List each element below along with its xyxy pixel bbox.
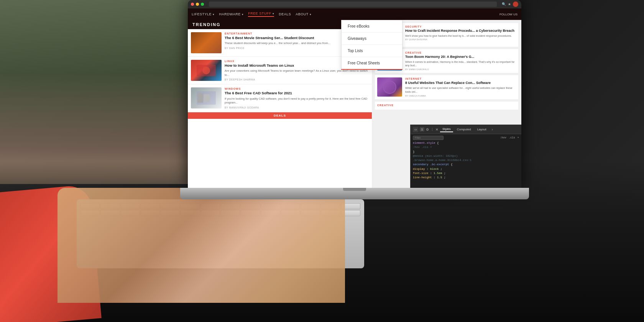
- right-excerpt: When it comes to animation, Harmony is t…: [405, 60, 516, 68]
- code-line: display : block ;: [413, 167, 519, 171]
- devtools-filter: :hov .cls +: [413, 136, 519, 140]
- right-content: INTERNET 8 Useful Websites That Can Repl…: [405, 77, 516, 97]
- devtools-panel: ▭ 1 ⚙ ⋮ ✕ Styles Computed Layout › :hov …: [410, 125, 521, 188]
- browser-icon-search[interactable]: 🔍: [502, 2, 506, 6]
- code-line: }: [413, 150, 519, 154]
- nav-item-about[interactable]: ABOUT ▾: [296, 12, 311, 16]
- devtools-tab-styles[interactable]: Styles: [440, 127, 453, 132]
- article-thumbnail: [191, 60, 222, 81]
- right-category: CREATIVE: [377, 104, 516, 107]
- devtools-icon-more[interactable]: ⋮: [430, 128, 434, 131]
- right-category: CREATIVE: [405, 51, 516, 54]
- devtools-icon-chevron-right[interactable]: ›: [492, 128, 493, 131]
- follow-us-label: FOLLOW US: [499, 13, 518, 16]
- right-content: SECURITY How to Craft Incident Response …: [405, 25, 516, 44]
- right-title[interactable]: Toon Boom Harmony 20: A Beginner's G...: [405, 55, 516, 59]
- filter-cls[interactable]: .cls: [509, 136, 515, 140]
- right-excerpt: While we've all had to use specialist so…: [405, 86, 516, 94]
- browser-avatar: [513, 2, 518, 7]
- dropdown-accent-line: [341, 69, 402, 70]
- devtools-icon-gear[interactable]: ⚙: [426, 128, 429, 131]
- devtools-header: ▭ 1 ⚙ ⋮ ✕ Styles Computed Layout ›: [411, 125, 521, 134]
- right-category: INTERNET: [405, 77, 516, 80]
- code-line: .browse-home.a-home.81168bc4.css:1: [413, 158, 519, 163]
- dropdown-item-free-ebooks[interactable]: Free eBooks: [342, 20, 402, 33]
- code-line: line-height : 1.5 ;: [413, 176, 519, 180]
- dropdown-item-free-cheat-sheets[interactable]: Free Cheat Sheets: [342, 57, 402, 69]
- address-bar[interactable]: [209, 2, 497, 7]
- article-excerpt: Are your coworkers using Microsoft Teams…: [225, 69, 369, 77]
- devtools-body: :hov .cls + element.style { :hov .cls + …: [411, 134, 521, 181]
- laptop-hinge: [343, 188, 366, 191]
- nav-item-deals[interactable]: DEALS: [279, 12, 291, 16]
- filter-plus[interactable]: +: [518, 136, 519, 140]
- dropdown-item-top-lists[interactable]: Top Lists: [342, 45, 402, 57]
- dropdown-menu: Free eBooks Giveaways Top Lists Free Che…: [341, 20, 402, 70]
- nav-item-hardware[interactable]: HARDWARE ▾: [219, 12, 244, 16]
- devtools-tab-layout[interactable]: Layout: [475, 127, 489, 132]
- maximize-button[interactable]: [201, 3, 204, 6]
- article-author: BY MANUVIRAJI GODARA: [225, 106, 369, 109]
- devtools-filter-input[interactable]: [413, 136, 444, 140]
- dropdown-item-giveaways[interactable]: Giveaways: [342, 33, 402, 45]
- background-left: [0, 0, 199, 184]
- deals-bar[interactable]: DEALS: [188, 112, 372, 119]
- right-author: BY EMMA GAROFALO: [405, 68, 516, 71]
- laptop-base: [180, 188, 529, 199]
- browser-icon-star[interactable]: ★: [508, 2, 511, 6]
- right-content: CREATIVE Toon Boom Harmony 20: A Beginne…: [405, 51, 516, 71]
- right-article: INTERNET 8 Useful Websites That Can Repl…: [375, 75, 518, 99]
- filter-hover[interactable]: :hov: [500, 136, 506, 140]
- article-content: WINDOWS The 6 Best Free CAD Software for…: [225, 87, 369, 108]
- right-title[interactable]: 8 Useful Websites That Can Replace Con..…: [405, 81, 516, 85]
- code-line: font-size : 1.5em ;: [413, 171, 519, 176]
- article-title[interactable]: The 6 Best Free CAD Software for 2021: [225, 91, 369, 95]
- nav-right: FOLLOW US: [499, 13, 518, 16]
- article-excerpt: If you're looking for quality CAD softwa…: [225, 97, 369, 105]
- article-category: WINDOWS: [225, 87, 369, 90]
- browser-chrome: 🔍 ★: [188, 0, 521, 8]
- navigation-bar: LIFESTYLE ▾ HARDWARE ▾ FREE STUFF ▾ DEAL…: [188, 8, 521, 20]
- thumb-inner: [191, 87, 222, 108]
- right-content: CREATIVE: [377, 104, 516, 107]
- devtools-badge: 1: [420, 127, 424, 131]
- code-line: element.style {: [413, 141, 519, 145]
- right-article: CREATIVE: [375, 102, 518, 110]
- dropdown-overlay: Free eBooks Giveaways Top Lists Free Che…: [341, 20, 402, 70]
- article-thumbnail: [191, 32, 222, 53]
- devtools-icon-panel[interactable]: ▭: [413, 127, 418, 132]
- minimize-button[interactable]: [196, 3, 199, 6]
- right-category: SECURITY: [405, 25, 516, 28]
- right-title[interactable]: How to Craft Incident Response Procedu..…: [405, 29, 516, 33]
- nav-item-lifestyle[interactable]: LIFESTYLE ▾: [192, 12, 215, 16]
- laptop: 🔍 ★ LIFESTYLE ▾ HARDWARE ▾ FREE STUFF ▾ …: [188, 0, 521, 215]
- devtools-icon-close[interactable]: ✕: [435, 128, 439, 131]
- nav-item-freestuff[interactable]: FREE STUFF ▾: [248, 12, 274, 17]
- code-line: secondary .bc-excerpt {: [413, 163, 519, 167]
- thumb-inner: [191, 60, 222, 81]
- right-excerpt: We'll show you how to give hackers the b…: [405, 34, 516, 38]
- laptop-screen: 🔍 ★ LIFESTYLE ▾ HARDWARE ▾ FREE STUFF ▾ …: [188, 0, 521, 188]
- thumb-inner: [191, 32, 222, 53]
- article-item: WINDOWS The 6 Best Free CAD Software for…: [188, 84, 372, 112]
- code-line: @media (min-width: 1024px): [413, 154, 519, 158]
- article-author: BY DEEPESH SHARMA: [225, 78, 369, 81]
- devtools-tab-computed[interactable]: Computed: [455, 127, 473, 132]
- code-line: :hov .cls +: [413, 145, 519, 150]
- right-author: BY OMEGA FUMBA: [405, 95, 516, 97]
- close-button[interactable]: [191, 3, 194, 6]
- filter-items: :hov .cls +: [500, 136, 519, 140]
- article-thumbnail: [191, 87, 222, 108]
- right-author: BY QUINA BATERNA: [405, 38, 516, 41]
- right-thumbnail: [377, 77, 402, 97]
